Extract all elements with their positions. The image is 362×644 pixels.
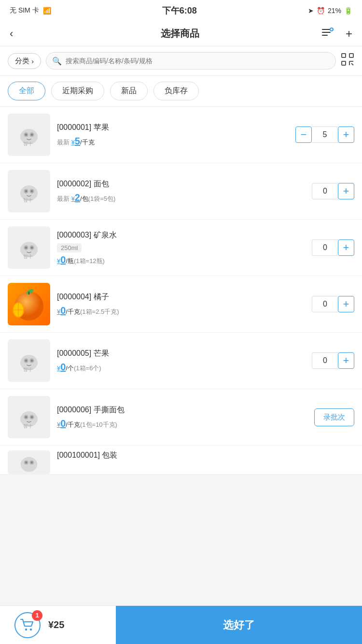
list-item: 智十 [0000003] 矿泉水 250ml ¥0/瓶(1箱=12瓶) + bbox=[0, 220, 362, 276]
product-image bbox=[8, 450, 50, 475]
quantity-control[interactable]: − + bbox=[295, 126, 354, 143]
product-list: 智十 [0000001] 苹果 最新 ¥5/千克 − + bbox=[0, 107, 362, 475]
owl-icon bbox=[8, 450, 50, 475]
product-info: [0000004] 橘子 ¥0/千克(1箱=2.5千克) bbox=[57, 292, 305, 316]
product-info: [000100001] 包装 bbox=[57, 450, 354, 463]
status-left: 无 SIM 卡 📶 bbox=[10, 6, 51, 15]
add-icon[interactable]: + bbox=[346, 27, 352, 41]
filter-icon[interactable] bbox=[321, 27, 334, 41]
owl-icon: 智十 bbox=[8, 170, 50, 212]
svg-point-3 bbox=[330, 28, 333, 31]
quantity-control[interactable]: + bbox=[312, 296, 354, 312]
list-item: [000100001] 包装 bbox=[0, 446, 362, 475]
sim-label: 无 SIM 卡 bbox=[10, 6, 39, 15]
svg-point-51 bbox=[25, 462, 28, 464]
product-price: ¥0/千克(1箱=2.5千克) bbox=[57, 305, 305, 316]
category-button[interactable]: 分类 › bbox=[8, 53, 41, 69]
status-time: 下午6:08 bbox=[162, 5, 197, 16]
product-image: 智十 bbox=[8, 396, 50, 438]
tab-negative[interactable]: 负库存 bbox=[153, 82, 199, 100]
quantity-input[interactable] bbox=[312, 352, 338, 369]
nav-back[interactable]: ‹ bbox=[10, 28, 39, 40]
search-input[interactable] bbox=[66, 57, 330, 65]
svg-point-45 bbox=[25, 416, 28, 419]
search-icon: 🔍 bbox=[52, 56, 62, 66]
cart-total: ¥25 bbox=[48, 619, 64, 630]
quantity-increase-button[interactable]: + bbox=[338, 239, 354, 256]
orange-image bbox=[8, 283, 50, 325]
product-price: 最新 ¥5/千克 bbox=[57, 136, 289, 147]
product-info: [0000001] 苹果 最新 ¥5/千克 bbox=[57, 123, 289, 147]
product-info: [0000006] 手撕面包 ¥0/千克(1包=10千克) bbox=[57, 405, 307, 429]
product-image: 智十 bbox=[8, 339, 50, 382]
quantity-input[interactable] bbox=[312, 296, 338, 312]
status-bar: 无 SIM 卡 📶 下午6:08 ➤ ⏰ 21% 🔋 bbox=[0, 0, 362, 21]
search-box[interactable]: 🔍 bbox=[46, 52, 336, 70]
svg-point-13 bbox=[25, 134, 28, 136]
svg-rect-6 bbox=[342, 61, 346, 65]
toolbar: 分类 › 🔍 bbox=[0, 46, 362, 76]
location-icon: ➤ bbox=[308, 7, 314, 14]
svg-text:智十: 智十 bbox=[23, 141, 33, 146]
product-name: [0000003] 矿泉水 bbox=[57, 230, 305, 240]
quantity-control[interactable]: + bbox=[312, 352, 354, 369]
product-price: 最新 ¥2/包(1袋=5包) bbox=[57, 192, 305, 203]
owl-icon: 智十 bbox=[8, 339, 50, 382]
batch-button[interactable]: 录批次 bbox=[314, 408, 354, 426]
product-info: [0000003] 矿泉水 250ml ¥0/瓶(1箱=12瓶) bbox=[57, 230, 305, 266]
product-name: [0000001] 苹果 bbox=[57, 123, 289, 133]
cart-button[interactable]: 1 bbox=[14, 612, 41, 638]
svg-point-39 bbox=[25, 360, 28, 362]
back-icon[interactable]: ‹ bbox=[10, 28, 13, 40]
svg-point-54 bbox=[30, 628, 32, 630]
quantity-input[interactable] bbox=[312, 126, 338, 143]
page-title: 选择商品 bbox=[161, 27, 199, 40]
product-price: ¥0/瓶(1箱=12瓶) bbox=[57, 254, 305, 266]
quantity-control[interactable]: + bbox=[312, 239, 354, 256]
product-name: [0000005] 芒果 bbox=[57, 349, 305, 359]
svg-text:智十: 智十 bbox=[23, 197, 33, 203]
product-price: ¥0/千克(1包=10千克) bbox=[57, 418, 307, 429]
quantity-increase-button[interactable]: + bbox=[338, 183, 354, 199]
quantity-increase-button[interactable]: + bbox=[338, 352, 354, 369]
quantity-input[interactable] bbox=[312, 183, 338, 199]
tab-recent[interactable]: 近期采购 bbox=[51, 82, 104, 100]
product-image: 智十 bbox=[8, 113, 50, 156]
quantity-increase-button[interactable]: + bbox=[338, 296, 354, 312]
list-item: 智十 [0000005] 芒果 ¥0/个(1箱=6个) + bbox=[0, 333, 362, 389]
svg-point-53 bbox=[25, 628, 27, 630]
cart-badge: 1 bbox=[32, 610, 42, 621]
product-info: [0000005] 芒果 ¥0/个(1箱=6个) bbox=[57, 349, 305, 373]
quantity-decrease-button[interactable]: − bbox=[295, 126, 312, 143]
scan-icon[interactable] bbox=[341, 53, 354, 69]
svg-point-46 bbox=[31, 416, 33, 419]
filter-tabs: 全部 近期采购 新品 负库存 bbox=[0, 76, 362, 107]
confirm-button[interactable]: 选好了 bbox=[116, 606, 362, 644]
quantity-input[interactable] bbox=[312, 239, 338, 256]
svg-point-19 bbox=[25, 190, 28, 193]
product-name: [0000002] 面包 bbox=[57, 179, 305, 189]
product-name: [0000004] 橘子 bbox=[57, 292, 305, 302]
bottom-bar: 1 ¥25 选好了 bbox=[0, 605, 362, 644]
category-chevron: › bbox=[31, 57, 34, 65]
svg-point-48 bbox=[21, 457, 38, 472]
status-right: ➤ ⏰ 21% 🔋 bbox=[308, 7, 352, 14]
quantity-control[interactable]: + bbox=[312, 183, 354, 199]
owl-icon: 智十 bbox=[8, 396, 50, 438]
product-name: [0000006] 手撕面包 bbox=[57, 405, 307, 415]
alarm-icon: ⏰ bbox=[317, 7, 325, 14]
quantity-increase-button[interactable]: + bbox=[338, 126, 354, 143]
svg-rect-4 bbox=[342, 54, 346, 57]
wifi-icon: 📶 bbox=[43, 7, 51, 14]
tab-all[interactable]: 全部 bbox=[8, 82, 45, 100]
battery-icon: 🔋 bbox=[344, 7, 352, 14]
svg-point-26 bbox=[31, 247, 33, 249]
battery-label: 21% bbox=[328, 7, 341, 14]
tab-new[interactable]: 新品 bbox=[110, 82, 148, 100]
category-label: 分类 bbox=[15, 56, 29, 66]
list-item: 智十 [0000006] 手撕面包 ¥0/千克(1包=10千克) 录批次 bbox=[0, 389, 362, 446]
svg-point-25 bbox=[25, 247, 28, 249]
product-spec: 250ml bbox=[57, 243, 82, 252]
product-image: 智十 bbox=[8, 170, 50, 212]
product-image bbox=[8, 283, 50, 325]
